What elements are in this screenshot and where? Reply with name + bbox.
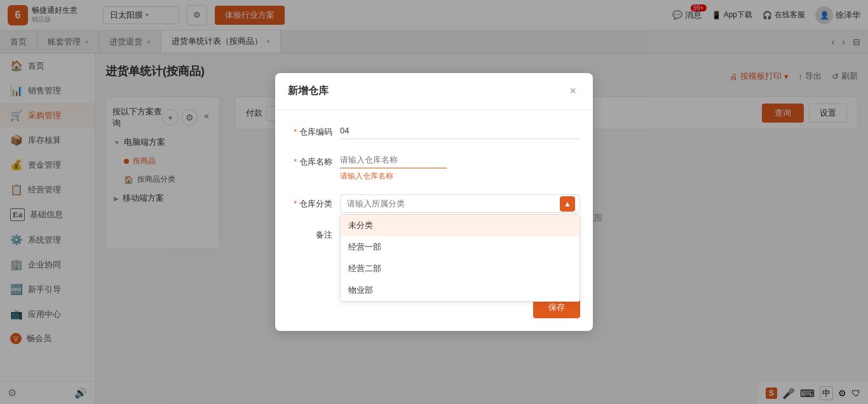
warehouse-code-input[interactable]	[340, 123, 580, 139]
form-row-code: * 仓库编码	[288, 123, 580, 139]
name-label: * 仓库名称	[288, 152, 332, 168]
modal-body: * 仓库编码 * 仓库名称 请输入仓库名称	[275, 110, 593, 289]
form-row-category: * 仓库分类 ▲ 未分类 经营一部 经营二部 物业部	[288, 194, 580, 213]
category-dropdown: 未分类 经营一部 经营二部 物业部	[340, 214, 580, 302]
note-label: 备注	[288, 226, 332, 241]
dropdown-item-uncat[interactable]: 未分类	[341, 215, 580, 236]
category-input[interactable]	[340, 194, 580, 213]
category-label: * 仓库分类	[288, 194, 332, 210]
category-dropdown-arrow[interactable]: ▲	[560, 196, 575, 212]
code-label: * 仓库编码	[288, 123, 332, 138]
warehouse-name-input[interactable]	[340, 152, 447, 168]
dropdown-item-ops1[interactable]: 经营一部	[341, 236, 580, 258]
dropdown-item-ops2[interactable]: 经营二部	[341, 258, 580, 279]
form-row-name: * 仓库名称 请输入仓库名称	[288, 152, 580, 182]
modal-title: 新增仓库	[288, 84, 329, 98]
dropdown-item-property[interactable]: 物业部	[341, 279, 580, 301]
modal-header: 新增仓库 ×	[275, 73, 593, 110]
name-error-msg: 请输入仓库名称	[340, 172, 393, 180]
modal-close-button[interactable]: ×	[566, 83, 580, 99]
modal-add-warehouse: 新增仓库 × * 仓库编码 * 仓库名称	[275, 73, 593, 331]
modal-overlay[interactable]: 新增仓库 × * 仓库编码 * 仓库名称	[0, 0, 868, 404]
category-select-wrapper: ▲ 未分类 经营一部 经营二部 物业部	[340, 194, 580, 213]
